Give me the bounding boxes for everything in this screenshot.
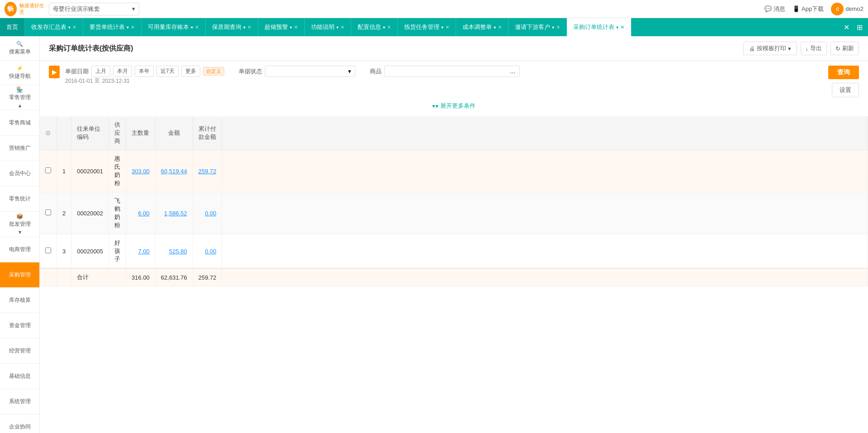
query-button[interactable]: 查询 <box>828 66 859 79</box>
row-supplier-name: 好孩子 <box>109 234 126 269</box>
row-quantity[interactable]: 6.00 <box>126 192 156 234</box>
column-settings-icon[interactable]: ⚙ <box>45 129 51 137</box>
sidebar-item-member-center[interactable]: 会员中心 <box>0 161 39 186</box>
sidebar-item-system-mgmt[interactable]: 系统管理 <box>0 389 39 414</box>
row-checkbox[interactable] <box>40 234 57 269</box>
settings-button[interactable]: 设置 <box>832 83 859 97</box>
tab-order-stats-close[interactable]: ✕ <box>131 24 135 30</box>
tab-pick-task-close[interactable]: ✕ <box>445 24 449 30</box>
th-settings[interactable]: ⚙ <box>40 116 57 150</box>
close-all-tabs-btn[interactable]: ✕ <box>842 21 851 33</box>
row-check-input[interactable] <box>45 167 51 173</box>
row-amount[interactable]: 1,586.52 <box>155 192 193 234</box>
th-paid-amount: 累计付款金额 <box>193 116 222 150</box>
tab-warranty[interactable]: 保质期查询 ▾ ✕ <box>206 18 258 36</box>
retail-stats-label: 零售统计 <box>9 195 31 203</box>
expand-more-btn[interactable]: ▾▾ 展开更多条件 <box>49 100 859 112</box>
date-btn-cur-month[interactable]: 本月 <box>113 66 132 77</box>
row-quantity[interactable]: 303.00 <box>126 150 156 192</box>
sidebar-item-retail-mall[interactable]: 零售商城 <box>0 110 39 136</box>
filter-collapse-button[interactable]: ▶ <box>49 66 60 78</box>
sidebar-item-fund-mgmt[interactable]: 资金管理 <box>0 313 39 338</box>
row-check-input[interactable] <box>45 247 51 253</box>
expand-icon: ▾▾ <box>432 103 439 109</box>
tab-cost-adjust[interactable]: 成本调整单 ▾ ✕ <box>456 18 509 36</box>
status-dropdown[interactable]: ▾ <box>265 66 355 77</box>
sidebar-item-search[interactable]: 🔍 搜索菜单 <box>0 36 39 61</box>
row-amount[interactable]: 525.80 <box>155 234 193 269</box>
tab-receive-send[interactable]: 收发存汇总表 ▾ ✕ <box>25 18 83 36</box>
th-quantity: 主数量 <box>126 116 156 150</box>
tab-order-stats[interactable]: 要货单统计表 ▾ ✕ <box>83 18 142 36</box>
sidebar-item-inventory-check[interactable]: 库存核算 <box>0 288 39 313</box>
sidebar-item-batch-mgmt[interactable]: 📦 批发管理 ▾ <box>0 212 39 237</box>
date-btn-more[interactable]: 更多 <box>181 66 200 77</box>
sidebar-quick-nav-label: 快捷导航 <box>9 72 31 80</box>
filter-date: 单据日期 上月 本月 本年 近7天 更多 自定义 <box>65 66 224 77</box>
logo-text: 畅捷通好生意 <box>19 3 44 14</box>
tab-receive-send-arrow: ▾ <box>68 25 71 30</box>
workspace-selector[interactable]: 母婴行业演示账套 ▾ <box>49 3 139 15</box>
footer-label: 合计 <box>77 274 89 281</box>
filter-goods: 商品 … <box>370 66 520 77</box>
sidebar-item-basic-info[interactable]: 基础信息 <box>0 364 39 389</box>
tab-cost-adjust-label: 成本调整单 <box>462 23 492 31</box>
goods-input[interactable]: … <box>384 66 520 77</box>
sidebar-item-quick-nav[interactable]: ⚡ 快捷导航 <box>0 61 39 85</box>
tab-receive-send-close[interactable]: ✕ <box>72 24 76 30</box>
sidebar-item-marketing[interactable]: 营销推广 <box>0 136 39 161</box>
refresh-button[interactable]: ↻ 刷新 <box>830 42 859 55</box>
tab-cost-adjust-close[interactable]: ✕ <box>498 24 502 30</box>
tab-home[interactable]: 首页 <box>0 18 25 36</box>
sidebar-item-retail-mgmt[interactable]: 🏪 零售管理 ▴ <box>0 85 39 110</box>
tab-overstock[interactable]: 超储预警 ▾ ✕ <box>258 18 305 36</box>
print-button[interactable]: 🖨 按模板打印 ▾ <box>743 42 797 55</box>
tab-config[interactable]: 配置信息 ▾ ✕ <box>351 18 398 36</box>
export-button[interactable]: ↓ 导出 <box>801 42 827 55</box>
app-download-btn[interactable]: 📱 App下载 <box>793 5 824 13</box>
tab-invite-downstream-close[interactable]: ✕ <box>556 24 560 30</box>
message-btn[interactable]: 💬 消息 <box>764 5 785 13</box>
date-btn-cur-year[interactable]: 本年 <box>135 66 154 77</box>
row-paid-amount[interactable]: 0.00 <box>193 192 222 234</box>
date-btn-7days[interactable]: 近7天 <box>156 66 179 77</box>
user-area[interactable]: d demo2 <box>831 3 863 15</box>
date-btn-prev-month[interactable]: 上月 <box>91 66 110 77</box>
tab-warranty-close[interactable]: ✕ <box>247 24 251 30</box>
tab-func-desc[interactable]: 功能说明 ▾ ✕ <box>305 18 351 36</box>
tab-warranty-label: 保质期查询 <box>212 23 241 31</box>
row-quantity[interactable]: 7.00 <box>126 234 156 269</box>
enterprise-collab-label: 企业协同 <box>9 423 31 431</box>
row-checkbox[interactable] <box>40 150 57 192</box>
expand-tabs-btn[interactable]: ⊞ <box>855 21 864 33</box>
tab-pick-task[interactable]: 拣货任务管理 ▾ ✕ <box>398 18 456 36</box>
sidebar-item-ops-mgmt[interactable]: 经营管理 <box>0 338 39 364</box>
tab-config-close[interactable]: ✕ <box>387 24 391 30</box>
tab-inventory-ledger[interactable]: 可用量库存账本 ▾ ✕ <box>142 18 206 36</box>
row-checkbox[interactable] <box>40 192 57 234</box>
sidebar-item-ecommerce[interactable]: 电商管理 <box>0 237 39 262</box>
row-paid-amount[interactable]: 259.72 <box>193 150 222 192</box>
tab-overstock-close[interactable]: ✕ <box>294 24 298 30</box>
tab-func-desc-close[interactable]: ✕ <box>340 24 344 30</box>
page-title: 采购订单统计表(按供应商) <box>49 44 133 53</box>
tab-invite-downstream[interactable]: 邀请下游客户 ▾ ✕ <box>509 18 567 36</box>
fund-mgmt-label: 资金管理 <box>9 322 31 329</box>
row-check-input[interactable] <box>45 209 51 215</box>
sidebar-item-retail-stats[interactable]: 零售统计 <box>0 186 39 212</box>
tab-purchase-stats-close[interactable]: ✕ <box>620 24 624 30</box>
row-amount[interactable]: 60,519.44 <box>155 150 193 192</box>
tab-inventory-ledger-close[interactable]: ✕ <box>195 24 199 30</box>
tab-pick-task-arrow: ▾ <box>441 25 443 30</box>
tab-warranty-arrow: ▾ <box>243 25 245 30</box>
sidebar-item-enterprise-collab[interactable]: 企业协同 <box>0 414 39 433</box>
tab-purchase-stats[interactable]: 采购订单统计表 ▾ ✕ <box>567 18 631 36</box>
table-row: 1 00020001 惠氏奶粉 303.00 60,519.44 259.72 <box>40 150 868 192</box>
row-supplier-code: 00020001 <box>71 150 109 192</box>
search-icon: 🔍 <box>16 41 23 47</box>
row-paid-amount[interactable]: 0.00 <box>193 234 222 269</box>
marketing-label: 营销推广 <box>9 144 31 152</box>
table-footer-row: 合计 316.00 62,631.76 259.72 <box>40 268 868 286</box>
refresh-label: 刷新 <box>842 44 854 52</box>
sidebar-item-purchase-mgmt[interactable]: 采购管理 <box>0 262 39 288</box>
